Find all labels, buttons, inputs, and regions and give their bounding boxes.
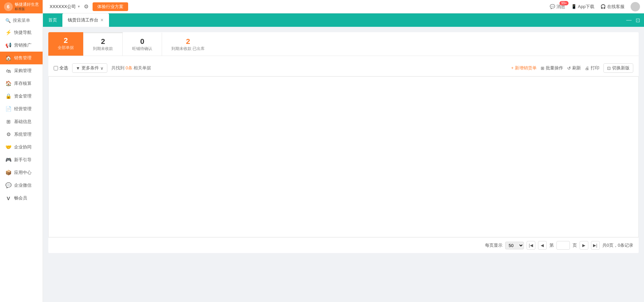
avatar[interactable] xyxy=(631,2,640,11)
filter-label: 更多条件 xyxy=(82,65,99,71)
batch-ops-button[interactable]: ⊞ 批量操作 xyxy=(541,65,563,71)
sidebar-item-label: 库存核算 xyxy=(14,80,32,86)
sidebar-item-basic-info[interactable]: ⊞ 基础信息 xyxy=(0,115,43,128)
messages-item[interactable]: 💬 消息 99+ xyxy=(550,4,565,10)
sidebar-item-finance[interactable]: 🔒 资金管理 xyxy=(0,90,43,103)
content-wrapper: 2 全部单据 2 到期未收款 0 旺铺待确认 2 到期未收款 已出库 全选 xyxy=(48,32,639,253)
sidebar-item-label: 营销推广 xyxy=(14,42,32,48)
next-page-btn[interactable]: ▶ xyxy=(580,241,588,250)
sidebar-item-sales[interactable]: 🏠 销售管理 xyxy=(0,52,43,64)
stats-label-shipped: 到期未收款 已出库 xyxy=(171,46,205,51)
last-page-btn[interactable]: ▶| xyxy=(591,241,600,250)
tab-close-icon[interactable]: ✕ xyxy=(100,18,104,22)
sidebar-item-label: 企业协同 xyxy=(14,144,32,150)
sidebar-item-quick-nav[interactable]: ⚡ 快捷导航 xyxy=(0,26,43,39)
system-icon: ⚙ xyxy=(5,131,11,137)
online-service-item[interactable]: 🎧 在线客服 xyxy=(600,4,625,10)
sidebar-item-label: 销售管理 xyxy=(14,55,32,61)
download-icon: 📱 xyxy=(571,4,577,9)
found-count: 0条 xyxy=(126,65,132,70)
apps-icon: 📦 xyxy=(5,170,11,176)
app-download-item[interactable]: 📱 App下载 xyxy=(571,4,594,10)
sidebar-item-guide[interactable]: 🎮 新手引导 xyxy=(0,154,43,166)
select-all-label: 全选 xyxy=(59,65,68,71)
sidebar-item-label: 资金管理 xyxy=(14,93,32,99)
filter-icon: ▼ xyxy=(76,66,80,71)
stats-tab-shipped[interactable]: 2 到期未收款 已出库 xyxy=(162,32,214,56)
tab-home[interactable]: 首页 xyxy=(43,13,62,27)
sidebar-item-wework[interactable]: 💬 企业微信 xyxy=(0,179,43,192)
member-icon: V xyxy=(5,195,11,201)
select-all-input[interactable] xyxy=(54,66,58,70)
stats-num-overdue: 2 xyxy=(93,37,113,46)
sidebar-item-member[interactable]: V 畅会员 xyxy=(0,192,43,204)
sidebar-item-operations[interactable]: 📄 经营管理 xyxy=(0,103,43,115)
tab-home-label: 首页 xyxy=(48,17,57,23)
stats-label-pending: 旺铺待确认 xyxy=(132,46,152,51)
add-sales-button[interactable]: + 新增销货单 xyxy=(511,65,537,71)
sidebar-item-system[interactable]: ⚙ 系统管理 xyxy=(0,128,43,141)
inventory-icon: 🏠 xyxy=(5,80,11,86)
stats-tab-pending[interactable]: 0 旺铺待确认 xyxy=(123,32,162,56)
sidebar-item-label: 应用中心 xyxy=(14,170,32,176)
stats-tab-overdue[interactable]: 2 到期未收款 xyxy=(84,32,123,56)
operations-icon: 📄 xyxy=(5,106,11,112)
settings-icon[interactable]: ⚙ xyxy=(84,3,89,10)
stats-num-all: 2 xyxy=(58,36,74,45)
prev-page-btn[interactable]: ◀ xyxy=(538,241,547,250)
batch-icon: ⊞ xyxy=(541,66,544,71)
sidebar-item-label: 经营管理 xyxy=(14,106,32,112)
filter-button[interactable]: ▼ 更多条件 ∨ xyxy=(72,63,107,73)
per-page-select[interactable]: 50 100 200 xyxy=(505,242,524,249)
refresh-button[interactable]: ↺ 刷新 xyxy=(567,65,581,71)
logo-line2: 标准版 xyxy=(15,7,39,11)
print-label: 打印 xyxy=(591,65,599,71)
per-page-label: 每页显示 xyxy=(485,242,502,248)
page-input[interactable]: 1 xyxy=(556,241,570,250)
sidebar-item-label: 系统管理 xyxy=(14,131,32,137)
select-all-checkbox[interactable]: 全选 xyxy=(54,65,68,71)
company-name: XXXXXX公司 xyxy=(50,4,76,10)
switch-label: 切换新版 xyxy=(612,65,630,71)
online-service-label: 在线客服 xyxy=(607,4,625,10)
sales-icon: 🏠 xyxy=(5,55,11,61)
page-suffix: 页 xyxy=(573,242,577,248)
sidebar-item-marketing[interactable]: 📢 营销推广 xyxy=(0,39,43,52)
sidebar-item-apps[interactable]: 📦 应用中心 xyxy=(0,166,43,179)
sidebar-nav: 🔍 搜索菜单 ⚡ 快捷导航 📢 营销推广 🏠 销售管理 🛍 采购管理 🏠 库存核… xyxy=(0,13,43,302)
trial-button[interactable]: 体验行业方案 xyxy=(93,2,128,11)
switch-version-button[interactable]: ⊡ 切换新版 xyxy=(603,63,633,73)
toolbar-left: 全选 ▼ 更多条件 ∨ 共找到 0条 相关单据 xyxy=(54,63,507,73)
finance-icon: 🔒 xyxy=(5,93,11,99)
message-icon: 💬 xyxy=(550,4,555,9)
stats-tabs: 2 全部单据 2 到期未收款 0 旺铺待确认 2 到期未收款 已出库 xyxy=(48,32,639,56)
found-prefix: 共找到 xyxy=(111,65,124,70)
sidebar-logo: 6 畅捷通好生意 标准版 xyxy=(0,0,43,13)
sidebar-item-label: 新手引导 xyxy=(14,157,32,163)
found-text: 共找到 0条 相关单据 xyxy=(111,65,151,71)
sidebar-item-enterprise[interactable]: 🤝 企业协同 xyxy=(0,141,43,154)
first-page-btn[interactable]: |◀ xyxy=(527,241,535,250)
tab-minimize-icon[interactable]: — xyxy=(626,17,632,23)
company-selector[interactable]: XXXXXX公司 ▼ xyxy=(50,4,80,10)
stats-label-overdue: 到期未收款 xyxy=(93,46,113,51)
basicinfo-icon: ⊞ xyxy=(5,119,11,125)
sidebar-item-search[interactable]: 🔍 搜索菜单 xyxy=(0,15,43,26)
sidebar-item-purchase[interactable]: 🛍 采购管理 xyxy=(0,64,43,77)
print-button[interactable]: 🖨 打印 xyxy=(585,65,599,71)
stats-tab-all[interactable]: 2 全部单据 xyxy=(48,32,84,56)
stats-num-shipped: 2 xyxy=(171,37,205,46)
stats-num-pending: 0 xyxy=(132,37,152,46)
enterprise-icon: 🤝 xyxy=(5,144,11,150)
main-content: 2 全部单据 2 到期未收款 0 旺铺待确认 2 到期未收款 已出库 全选 xyxy=(43,27,644,302)
page-label: 第 xyxy=(549,242,554,248)
sidebar-item-inventory[interactable]: 🏠 库存核算 xyxy=(0,77,43,90)
table-area xyxy=(48,76,639,237)
sidebar-item-label: 基础信息 xyxy=(14,119,32,125)
sidebar-item-label: 采购管理 xyxy=(14,68,32,74)
tab-expand-icon[interactable]: ⊡ xyxy=(636,17,640,23)
tab-workbench[interactable]: 钱货日清工作台 ✕ xyxy=(62,13,109,27)
page-summary: 共0页，0条记录 xyxy=(602,242,633,248)
filter-chevron-icon: ∨ xyxy=(100,66,104,71)
messages-badge: 99+ xyxy=(559,1,569,5)
